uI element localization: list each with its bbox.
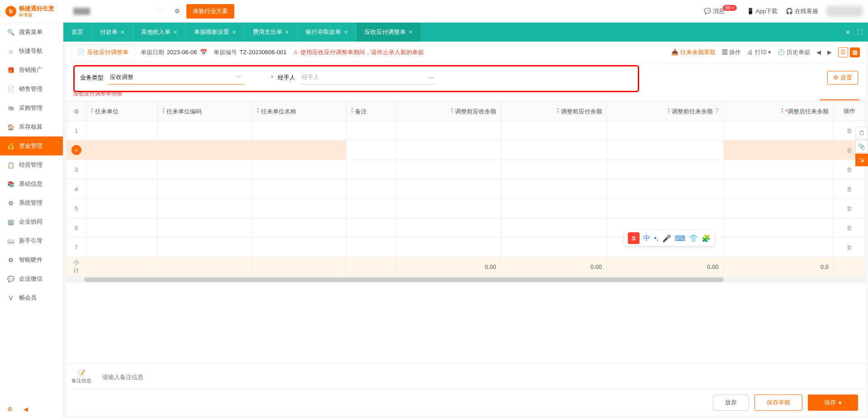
delete-row-icon[interactable]: 🗑 [834,199,865,218]
sort-icon[interactable]: ▴▾ [557,107,559,114]
cell[interactable] [86,121,158,141]
cell[interactable] [346,238,395,257]
settings-icon[interactable]: ⚙ [7,406,13,413]
prev-icon[interactable]: ◀ [816,49,821,56]
cell[interactable] [723,218,833,238]
cell[interactable] [395,179,501,199]
sidebar-item-1[interactable]: ⌂快捷导航 [0,42,63,61]
horizontal-scrollbar[interactable] [66,277,865,283]
expand-icon[interactable]: ⇲ [855,154,868,166]
cell[interactable] [395,238,501,257]
col-header-3[interactable]: ▴▾备注 [346,102,395,121]
cell[interactable] [723,160,833,179]
save-button[interactable]: 保存 ▾ [808,395,858,411]
cell[interactable] [346,141,395,160]
cell[interactable] [346,179,395,199]
try-industry-button[interactable]: 体验行业方案 [186,4,234,19]
sidebar-item-2[interactable]: 🎁营销推广 [0,61,63,80]
user-info[interactable] [826,6,863,17]
tab-6[interactable]: 应收应付调整单✕ [356,23,421,42]
cell[interactable] [395,141,501,160]
cell[interactable] [395,121,501,141]
cell[interactable] [252,218,346,238]
cell[interactable] [346,121,395,141]
save-draft-button[interactable]: 保存草稿 [754,395,802,411]
cell[interactable] [723,121,833,141]
sidebar-item-3[interactable]: 📄销售管理 [0,80,63,99]
sidebar-item-13[interactable]: 💬企业微信 [0,269,63,288]
cell[interactable] [395,160,501,179]
cell[interactable] [607,199,723,218]
col-header-1[interactable]: ▴▾往来单位编码 [158,102,252,121]
sort-icon[interactable]: ▴▾ [451,107,453,114]
sort-icon[interactable]: ▴▾ [351,107,353,114]
add-row-button[interactable]: + [71,145,81,155]
sort-icon[interactable]: ▴▾ [91,107,93,114]
close-icon[interactable]: ✕ [285,29,289,35]
discard-button[interactable]: 放弃 [713,395,749,411]
history-link[interactable]: 🕘 历史单据 [778,48,810,56]
cell[interactable] [607,121,723,141]
cell[interactable] [252,179,346,199]
fullscreen-icon[interactable]: ⛶ [857,29,863,36]
sidebar-item-0[interactable]: 🔍搜索菜单 [0,23,63,42]
close-all-icon[interactable]: ✕ [845,29,850,36]
ime-toolbox-icon[interactable]: 🧩 [702,234,711,243]
table-row[interactable]: 3🗑 [66,160,865,179]
ime-lang[interactable]: 中 [643,234,650,243]
operations-dropdown[interactable]: ☰ 操作 [722,48,741,56]
cell[interactable] [501,121,607,141]
cell[interactable] [158,199,252,218]
more-icon[interactable]: ⋯ [428,74,434,81]
sidebar-item-9[interactable]: ⚙系统管理 [0,193,63,212]
col-header-2[interactable]: ▴▾往来单位名称 [252,102,346,121]
online-service-link[interactable]: 🎧 在线客服 [786,7,818,15]
cell[interactable] [252,121,346,141]
close-icon[interactable]: ✕ [173,29,177,35]
sidebar-item-8[interactable]: 📚基础信息 [0,174,63,193]
sort-icon[interactable]: ▴▾ [257,107,259,114]
sidebar-item-6[interactable]: 💰资金管理 [0,136,63,155]
view-list-icon[interactable]: ☰ [838,47,848,57]
cell[interactable] [158,160,252,179]
close-icon[interactable]: ✕ [232,29,236,35]
cell[interactable] [252,238,346,257]
sidebar-item-12[interactable]: ⚙智能硬件 [0,250,63,269]
tab-3[interactable]: 单据模板设置✕ [186,23,245,42]
table-row[interactable]: 5🗑 [66,199,865,218]
sort-icon[interactable]: ▴▾ [781,107,783,114]
gear-header[interactable]: ⚙ [66,102,86,121]
cell[interactable] [723,238,833,257]
close-icon[interactable]: ✕ [344,29,348,35]
sidebar-item-5[interactable]: 🏠库存核算 [0,117,63,136]
cell[interactable] [86,179,158,199]
messages-link[interactable]: 💬 消息99 + [704,7,739,15]
cell[interactable] [607,179,723,199]
sidebar-item-10[interactable]: 🏢企业协同 [0,212,63,231]
attachment-icon[interactable]: 📎 [855,140,868,153]
cell[interactable] [723,141,833,160]
select-unit-button[interactable]: 选往来单位 [820,99,860,100]
ime-skin-icon[interactable]: 👕 [689,234,698,243]
cell[interactable] [158,179,252,199]
collapse-icon[interactable]: ◀ [24,406,28,413]
cell[interactable] [158,121,252,141]
sort-icon[interactable]: ▴▾ [668,107,670,114]
cell[interactable] [252,141,346,160]
remark-input[interactable] [99,370,860,384]
cell[interactable] [501,141,607,160]
biz-type-select[interactable]: 应收调整﹀ [108,70,244,85]
tab-2[interactable]: 其他收入单✕ [133,23,186,42]
cell[interactable] [158,238,252,257]
cell[interactable] [86,199,158,218]
cell[interactable] [158,141,252,160]
cell[interactable] [501,199,607,218]
cell[interactable] [346,218,395,238]
help-icon[interactable]: ? [715,107,719,115]
cell[interactable] [86,238,158,257]
table-row[interactable]: +🗑 [66,141,865,160]
delete-row-icon[interactable]: 🗑 [834,238,865,257]
gear-icon[interactable]: ⚙ [175,8,180,14]
table-row[interactable]: 6🗑 [66,218,865,238]
next-icon[interactable]: ▶ [827,49,832,56]
